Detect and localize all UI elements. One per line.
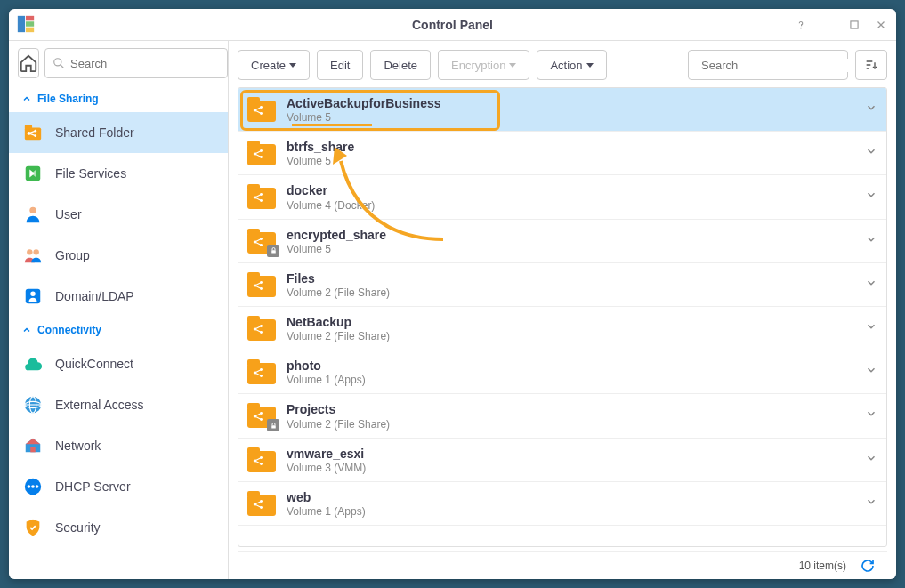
folder-volume: Volume 1 (Apps): [287, 374, 865, 386]
shared-folder-icon: [247, 141, 276, 165]
main-search[interactable]: [688, 50, 848, 80]
svg-line-39: [255, 108, 262, 111]
svg-line-61: [255, 286, 262, 289]
shared-folder-icon: [247, 447, 276, 472]
sidebar-item-group[interactable]: Group: [9, 235, 228, 276]
folder-row[interactable]: webVolume 1 (Apps): [238, 482, 886, 526]
help-icon[interactable]: [791, 15, 811, 35]
sidebar: File Sharing Shared Folder File Services…: [9, 41, 229, 579]
folder-row[interactable]: vmware_esxiVolume 3 (VMM): [238, 439, 886, 482]
shared-folder-list: ActiveBackupforBusinessVolume 5 btrfs_sh…: [238, 87, 887, 547]
shared-folder-icon: [247, 403, 276, 428]
sidebar-item-external-access[interactable]: External Access: [9, 384, 228, 425]
group-icon: [21, 244, 44, 267]
folder-row[interactable]: dockerVolume 4 (Docker): [238, 175, 886, 219]
sidebar-item-file-services[interactable]: File Services: [9, 153, 228, 194]
sidebar-search[interactable]: [44, 48, 228, 78]
svg-point-19: [29, 207, 36, 213]
chevron-up-icon: [21, 325, 32, 335]
chevron-down-icon[interactable]: [865, 101, 877, 117]
folder-name: encrypted_share: [287, 227, 865, 243]
svg-line-44: [255, 151, 262, 155]
folder-volume: Volume 1 (Apps): [287, 505, 865, 518]
svg-line-10: [61, 65, 64, 68]
folder-name: vmware_esxi: [287, 446, 865, 462]
sidebar-search-input[interactable]: [70, 57, 220, 70]
sidebar-item-label: Network: [55, 439, 101, 453]
delete-button[interactable]: Delete: [370, 50, 431, 80]
chevron-down-icon[interactable]: [865, 364, 877, 380]
action-button[interactable]: Action: [537, 50, 606, 80]
sort-button[interactable]: [855, 50, 887, 80]
edit-button[interactable]: Edit: [317, 50, 363, 80]
sidebar-item-security[interactable]: Security: [9, 507, 228, 548]
sidebar-item-domain-ldap[interactable]: Domain/LDAP: [9, 276, 228, 317]
sidebar-item-user[interactable]: User: [9, 194, 228, 235]
folder-volume: Volume 5: [287, 111, 865, 124]
caret-down-icon: [586, 63, 594, 68]
sort-icon: [864, 58, 878, 72]
domain-ldap-icon: [21, 285, 44, 308]
folder-volume: Volume 5: [287, 155, 865, 167]
shared-folder-icon: [21, 121, 44, 144]
folder-name: NetBackup: [287, 314, 865, 330]
app-icon: [16, 14, 36, 34]
svg-point-20: [27, 249, 32, 254]
chevron-down-icon[interactable]: [865, 407, 877, 423]
folder-row[interactable]: NetBackupVolume 2 (File Share): [238, 307, 886, 350]
svg-point-31: [31, 485, 35, 488]
folder-row[interactable]: ProjectsVolume 2 (File Share): [238, 394, 886, 438]
chevron-down-icon[interactable]: [865, 452, 877, 468]
sidebar-item-label: QuickConnect: [55, 357, 133, 371]
folder-name: btrfs_share: [287, 139, 865, 155]
chevron-down-icon[interactable]: [865, 320, 877, 336]
lock-icon: [267, 245, 279, 257]
folder-volume: Volume 4 (Docker): [287, 199, 865, 212]
quickconnect-icon: [21, 352, 44, 375]
network-icon: [21, 434, 44, 457]
sidebar-item-label: Shared Folder: [55, 125, 134, 140]
section-file-sharing[interactable]: File Sharing: [9, 85, 228, 112]
folder-row[interactable]: btrfs_shareVolume 5: [238, 132, 886, 175]
svg-rect-12: [25, 125, 32, 130]
svg-line-60: [255, 282, 262, 286]
minimize-icon[interactable]: [818, 15, 837, 35]
svg-rect-3: [26, 28, 34, 32]
svg-rect-56: [271, 250, 276, 253]
folder-row[interactable]: FilesVolume 2 (File Share): [238, 263, 886, 307]
svg-line-76: [255, 416, 262, 420]
chevron-down-icon[interactable]: [865, 233, 877, 249]
shared-folder-icon: [247, 229, 276, 254]
maximize-icon[interactable]: [844, 15, 864, 35]
svg-line-45: [255, 154, 262, 157]
folder-row[interactable]: encrypted_shareVolume 5: [238, 220, 886, 263]
folder-volume: Volume 2 (File Share): [287, 286, 865, 299]
user-icon: [21, 203, 44, 226]
sidebar-item-network[interactable]: Network: [9, 425, 228, 466]
sidebar-item-quickconnect[interactable]: QuickConnect: [9, 343, 228, 384]
svg-line-75: [255, 414, 262, 417]
svg-point-30: [28, 485, 31, 488]
refresh-button[interactable]: [857, 555, 878, 576]
chevron-up-icon: [21, 93, 32, 104]
chevron-down-icon[interactable]: [865, 495, 877, 511]
encryption-button[interactable]: Encryption: [438, 50, 529, 80]
main-search-input[interactable]: [701, 59, 851, 72]
svg-line-86: [255, 501, 262, 504]
svg-point-9: [54, 59, 61, 66]
chevron-down-icon[interactable]: [865, 189, 877, 205]
folder-name: web: [287, 489, 865, 505]
home-button[interactable]: [18, 48, 39, 78]
chevron-down-icon[interactable]: [865, 145, 877, 161]
sidebar-item-shared-folder[interactable]: Shared Folder: [9, 112, 228, 153]
folder-row[interactable]: photoVolume 1 (Apps): [238, 350, 886, 394]
create-button[interactable]: Create: [238, 50, 310, 80]
chevron-down-icon[interactable]: [865, 277, 877, 293]
section-connectivity[interactable]: Connectivity: [9, 317, 228, 343]
sidebar-item-dhcp-server[interactable]: DHCP Server: [9, 466, 228, 507]
control-panel-window: Control Panel File Sharing: [9, 9, 896, 579]
caret-down-icon: [289, 63, 296, 68]
close-icon[interactable]: [871, 15, 891, 35]
shared-folder-icon: [247, 272, 276, 297]
svg-line-50: [255, 197, 262, 201]
